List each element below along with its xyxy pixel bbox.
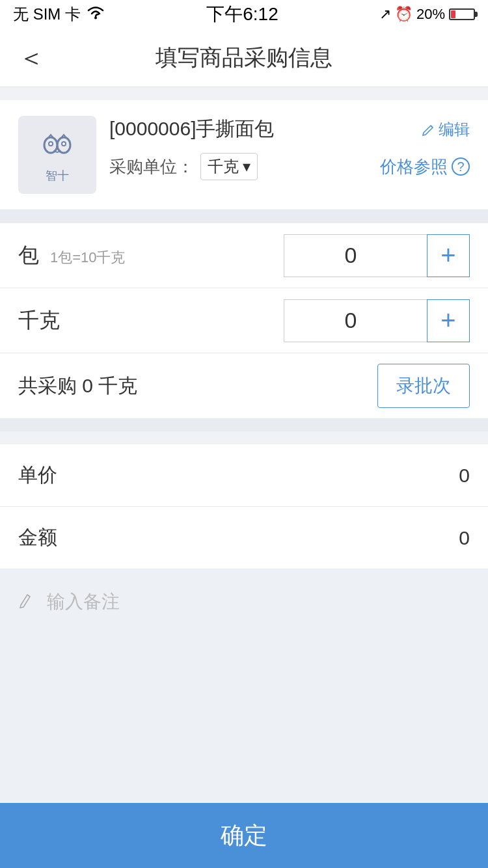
product-card: 智十 [0000006]手撕面包 编辑 采购单位： 千克 ▾	[0, 100, 488, 210]
empty-space	[0, 634, 488, 830]
kg-quantity-input[interactable]	[284, 299, 427, 342]
amount-row: 金额 0	[0, 507, 488, 569]
amount-label: 金额	[18, 524, 57, 551]
unit-price-label: 单价	[18, 462, 57, 489]
battery-percent: 20%	[416, 6, 445, 23]
status-left: 无 SIM 卡	[13, 4, 105, 25]
pencil-icon	[18, 591, 36, 614]
svg-point-6	[62, 142, 65, 145]
kg-quantity-box: +	[284, 299, 470, 342]
status-time: 下午6:12	[206, 2, 278, 27]
bao-quantity-input[interactable]	[284, 234, 427, 277]
unit-price-value: 0	[459, 465, 470, 487]
summary-amount: 0	[82, 375, 93, 396]
unit-price-row: 单价 0	[0, 444, 488, 507]
carrier-label: 无 SIM 卡	[13, 4, 81, 25]
product-logo-text: 智十	[46, 168, 69, 183]
product-logo-icon	[38, 127, 77, 165]
svg-point-5	[49, 142, 52, 145]
unit-label: 采购单位：	[109, 156, 194, 178]
kg-input-row: 千克 +	[0, 288, 488, 353]
bao-label: 包	[18, 243, 39, 267]
summary-row: 共采购 0 千克 录批次	[0, 353, 488, 418]
alarm-icon: ⏰	[395, 6, 413, 23]
unit-value: 千克	[208, 156, 239, 177]
section-divider-2	[0, 418, 488, 431]
remark-section[interactable]: 输入备注	[0, 569, 488, 634]
edit-button[interactable]: 编辑	[422, 119, 470, 140]
bao-quantity-box: +	[284, 234, 470, 277]
help-icon: ?	[452, 157, 470, 176]
bao-plus-button[interactable]: +	[427, 234, 470, 277]
summary-text: 共采购 0 千克	[18, 373, 137, 400]
dropdown-icon: ▾	[243, 157, 251, 176]
amount-value: 0	[459, 527, 470, 549]
battery-icon	[449, 8, 475, 20]
product-info: [0000006]手撕面包 编辑 采购单位： 千克 ▾	[109, 116, 470, 180]
kg-label: 千克	[18, 306, 284, 335]
status-right: ↗ ⏰ 20%	[379, 6, 475, 23]
wifi-icon	[86, 5, 105, 23]
section-divider-1	[0, 210, 488, 223]
status-bar: 无 SIM 卡 下午6:12 ↗ ⏰ 20%	[0, 0, 488, 29]
bao-sub-label: 1包=10千克	[50, 249, 126, 265]
back-button[interactable]: ＜	[18, 40, 44, 75]
product-name: [0000006]手撕面包	[109, 116, 274, 142]
product-image: 智十	[18, 116, 96, 194]
svg-point-0	[94, 17, 97, 20]
price-section: 单价 0 金额 0	[0, 444, 488, 569]
bao-label-group: 包 1包=10千克	[18, 241, 284, 270]
remark-placeholder: 输入备注	[47, 590, 120, 614]
location-icon: ↗	[379, 6, 391, 23]
batch-button[interactable]: 录批次	[377, 364, 470, 408]
kg-plus-button[interactable]: +	[427, 299, 470, 342]
price-ref-button[interactable]: 价格参照 ?	[380, 156, 470, 178]
nav-bar: ＜ 填写商品采购信息	[0, 29, 488, 87]
unit-select[interactable]: 千克 ▾	[200, 153, 258, 180]
page-title: 填写商品采购信息	[156, 43, 332, 73]
input-section: 包 1包=10千克 + 千克 +	[0, 223, 488, 353]
bao-input-row: 包 1包=10千克 +	[0, 223, 488, 288]
confirm-button[interactable]: 确定	[0, 803, 488, 868]
